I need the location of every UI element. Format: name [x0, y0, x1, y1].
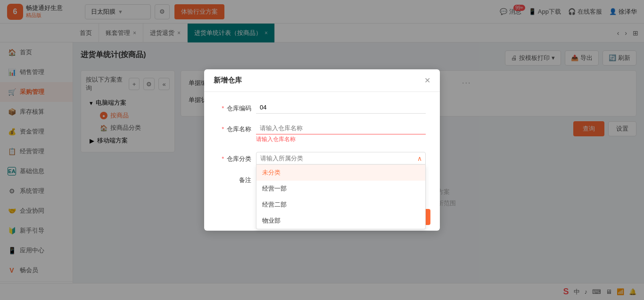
modal-body: * 仓库编码 * 仓库名称 请输入仓库名称 [204, 92, 440, 203]
remarks-label: 备注 [218, 173, 256, 184]
modal-overlay: 新增仓库 ✕ * 仓库编码 * 仓库名称 [0, 0, 644, 300]
category-input[interactable] [256, 152, 426, 165]
dropdown-item-dept2[interactable]: 经营二部 [256, 197, 425, 213]
name-error-msg: 请输入仓库名称 [256, 135, 426, 143]
modal-header: 新增仓库 ✕ [204, 69, 440, 92]
code-control [256, 101, 426, 114]
modal-title: 新增仓库 [214, 76, 242, 85]
dropdown-item-unclassified[interactable]: 未分类 [256, 165, 425, 181]
code-label: * 仓库编码 [218, 101, 256, 113]
category-control: ∧ 未分类 经营一部 经营二部 物业部 [256, 152, 426, 165]
dropdown-item-dept1[interactable]: 经营一部 [256, 181, 425, 197]
required-star: * [222, 105, 224, 112]
form-row-name: * 仓库名称 请输入仓库名称 [218, 122, 426, 143]
form-row-category: * 仓库分类 ∧ 未分类 经营一部 经营二部 物业部 [218, 152, 426, 165]
modal-close-button[interactable]: ✕ [424, 77, 430, 84]
form-row-code: * 仓库编码 [218, 101, 426, 114]
name-control: 请输入仓库名称 [256, 122, 426, 143]
category-label: * 仓库分类 [218, 152, 256, 163]
dropdown-item-dept3[interactable]: 物业部 [256, 213, 425, 229]
category-arrow-icon[interactable]: ∧ [417, 155, 422, 162]
name-input[interactable] [256, 122, 426, 134]
code-input[interactable] [256, 101, 426, 114]
category-dropdown: 未分类 经营一部 经营二部 物业部 [256, 165, 426, 229]
category-input-wrap: ∧ 未分类 经营一部 经营二部 物业部 [256, 152, 426, 165]
add-warehouse-modal: 新增仓库 ✕ * 仓库编码 * 仓库名称 [204, 69, 440, 231]
name-label: * 仓库名称 [218, 122, 256, 133]
